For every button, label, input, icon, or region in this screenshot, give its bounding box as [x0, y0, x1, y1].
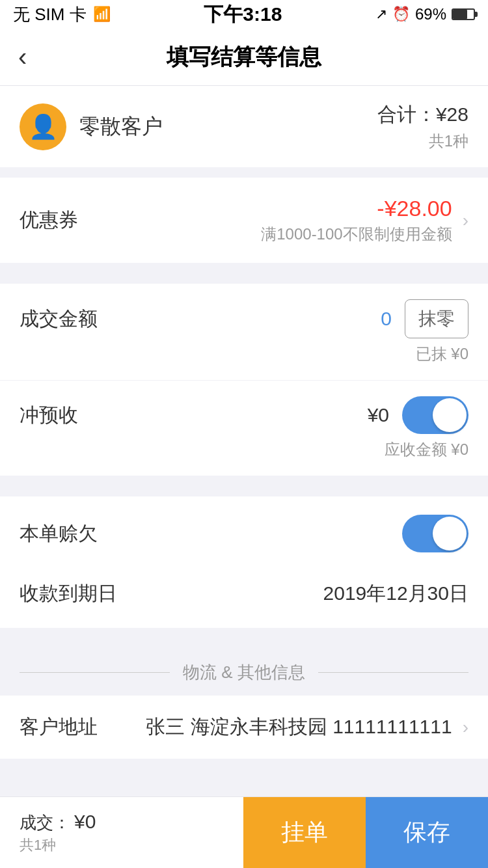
- bottom-summary: 成交： ¥0 共1种: [0, 811, 243, 855]
- status-time: 下午3:18: [204, 1, 282, 28]
- deal-sub-row: 已抹 ¥0: [0, 344, 488, 381]
- bottom-deal-label: 成交：: [20, 811, 70, 834]
- advance-label: 冲预收: [20, 402, 78, 429]
- address-value: 张三 海淀永丰科技园 11111111111: [146, 714, 452, 740]
- nav-bar: ‹ 填写结算等信息: [0, 29, 488, 86]
- address-chevron-icon: ›: [463, 717, 468, 738]
- customer-total: 合计：¥28: [377, 102, 468, 128]
- coupon-value-block: -¥28.00 满1000-100不限制使用金额: [261, 196, 452, 245]
- debt-label: 本单赊欠: [20, 521, 98, 547]
- bottom-bar: 成交： ¥0 共1种 挂单 保存: [0, 796, 488, 868]
- section-divider-3: [0, 638, 488, 649]
- status-right: ↗ ⏰ 69%: [375, 5, 475, 23]
- bottom-count: 共1种: [20, 835, 243, 855]
- advance-right: ¥0: [368, 396, 468, 434]
- toggle-knob: [433, 398, 467, 432]
- coupon-section: 优惠券 -¥28.00 满1000-100不限制使用金额 ›: [0, 178, 488, 263]
- customer-name: 零散客户: [79, 113, 163, 141]
- status-bar: 无 SIM 卡 📶 下午3:18 ↗ ⏰ 69%: [0, 0, 488, 29]
- save-button[interactable]: 保存: [366, 797, 488, 869]
- customer-count: 共1种: [377, 131, 468, 152]
- bottom-deal-value: ¥0: [74, 811, 96, 833]
- deal-amount-row: 成交金额 0 抹零: [0, 284, 488, 344]
- advance-value-block: ¥0: [368, 404, 389, 426]
- coupon-right: -¥28.00 满1000-100不限制使用金额 ›: [261, 196, 468, 245]
- location-icon: ↗: [375, 6, 387, 23]
- battery-icon: [452, 8, 475, 20]
- back-button[interactable]: ‹: [18, 42, 27, 72]
- hang-button[interactable]: 挂单: [243, 797, 366, 869]
- smash-zero-button[interactable]: 抹零: [405, 299, 468, 338]
- address-label: 客户地址: [20, 714, 98, 740]
- address-row[interactable]: 客户地址 张三 海淀永丰科技园 11111111111 ›: [0, 696, 488, 759]
- advance-toggle[interactable]: [402, 396, 468, 434]
- advance-sub-row: 应收金额 ¥0: [0, 439, 488, 476]
- logistics-header: 物流 & 其他信息: [0, 649, 488, 696]
- customer-summary: 合计：¥28 共1种: [377, 102, 468, 152]
- carrier-label: 无 SIM 卡: [13, 3, 87, 26]
- debt-row: 本单赊欠: [0, 496, 488, 571]
- deal-amount-label: 成交金额: [20, 306, 98, 332]
- alarm-icon: ⏰: [392, 6, 410, 23]
- coupon-discount-value: -¥28.00: [261, 196, 452, 221]
- bottom-deal-row: 成交： ¥0: [20, 811, 243, 834]
- battery-label: 69%: [415, 5, 446, 23]
- logistics-label: 物流 & 其他信息: [170, 661, 318, 684]
- debt-section: 本单赊欠 收款到期日 2019年12月30日: [0, 496, 488, 628]
- due-date-row: 收款到期日 2019年12月30日: [0, 571, 488, 628]
- coupon-description: 满1000-100不限制使用金额: [261, 224, 452, 245]
- coupon-label: 优惠券: [20, 207, 78, 234]
- deal-amount-value: 0: [381, 308, 392, 330]
- due-date-value: 2019年12月30日: [323, 580, 468, 607]
- debt-toggle-knob: [433, 517, 467, 550]
- page-title: 填写结算等信息: [167, 42, 321, 72]
- deal-amount-section: 成交金额 0 抹零 已抹 ¥0 冲预收 ¥0 应收金额 ¥0: [0, 284, 488, 476]
- customer-left: 👤 零散客户: [20, 103, 163, 150]
- wifi-icon: 📶: [93, 6, 111, 23]
- advance-value: ¥0: [368, 404, 389, 426]
- coupon-row[interactable]: 优惠券 -¥28.00 满1000-100不限制使用金额 ›: [0, 178, 488, 263]
- section-divider-2: [0, 486, 488, 496]
- deal-amount-right: 0 抹零: [381, 299, 468, 338]
- chevron-right-icon: ›: [463, 210, 468, 231]
- avatar-icon: 👤: [29, 113, 58, 141]
- section-divider-1: [0, 273, 488, 284]
- address-right: 张三 海淀永丰科技园 11111111111 ›: [146, 714, 468, 740]
- address-section: 客户地址 张三 海淀永丰科技园 11111111111 ›: [0, 696, 488, 759]
- advance-row: 冲预收 ¥0: [0, 381, 488, 439]
- customer-row: 👤 零散客户 合计：¥28 共1种: [0, 86, 488, 167]
- due-date-label: 收款到期日: [20, 580, 117, 607]
- content-area: 👤 零散客户 合计：¥28 共1种 优惠券 -¥28.00 满1000-100不…: [0, 86, 488, 847]
- debt-toggle[interactable]: [402, 515, 468, 552]
- status-left: 无 SIM 卡 📶: [13, 3, 111, 26]
- avatar: 👤: [20, 103, 66, 150]
